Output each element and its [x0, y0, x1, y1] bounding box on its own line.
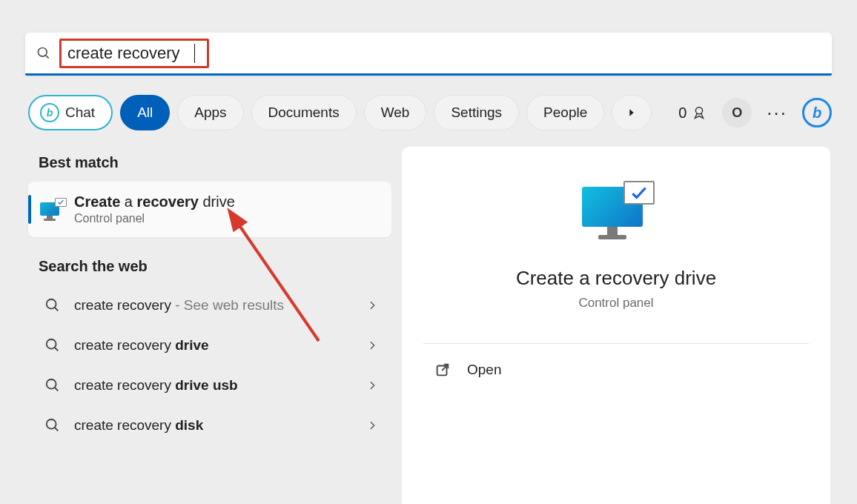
- svg-line-1: [46, 56, 49, 59]
- best-match-subtitle: Control panel: [74, 212, 235, 225]
- filters-row: b Chat All Apps Documents Web Settings P…: [28, 95, 832, 130]
- svg-line-4: [55, 308, 59, 311]
- web-result-3[interactable]: create recovery disk: [28, 405, 391, 445]
- svg-point-0: [39, 48, 47, 57]
- chevron-right-icon: [366, 299, 378, 311]
- open-external-icon: [434, 362, 451, 378]
- search-icon: [44, 297, 61, 314]
- web-result-label: create recovery drive: [74, 337, 353, 354]
- medal-icon: [691, 105, 707, 121]
- search-input[interactable]: [67, 44, 193, 63]
- results-left-column: Best match Create a recovery drive Contr…: [28, 147, 391, 445]
- search-web-heading: Search the web: [39, 258, 391, 275]
- svg-line-10: [55, 428, 59, 431]
- search-icon: [44, 377, 61, 394]
- search-icon: [36, 45, 52, 62]
- filter-more-chevron[interactable]: [612, 95, 652, 130]
- web-result-1[interactable]: create recovery drive: [28, 325, 391, 365]
- web-results-list: create recovery - See web results create…: [28, 285, 391, 445]
- search-icon: [44, 417, 61, 434]
- search-icon: [44, 337, 61, 354]
- svg-point-7: [47, 379, 56, 389]
- svg-point-2: [696, 107, 703, 114]
- text-caret: [194, 44, 195, 63]
- search-highlight-box: [59, 39, 209, 68]
- web-result-2[interactable]: create recovery drive usb: [28, 365, 391, 405]
- best-match-heading: Best match: [39, 154, 391, 171]
- svg-point-9: [47, 420, 56, 429]
- svg-point-5: [47, 339, 56, 349]
- detail-title: Create a recovery drive: [516, 267, 716, 290]
- filter-documents[interactable]: Documents: [251, 95, 357, 130]
- svg-line-6: [55, 348, 59, 351]
- filter-settings[interactable]: Settings: [434, 95, 519, 130]
- web-result-label: create recovery disk: [74, 417, 353, 434]
- bing-chat-icon: b: [40, 103, 59, 122]
- rewards-score[interactable]: 0: [678, 105, 707, 122]
- detail-panel: Create a recovery drive Control panel Op…: [402, 147, 830, 504]
- chevron-right-icon: [626, 107, 638, 119]
- web-result-0[interactable]: create recovery - See web results: [28, 285, 391, 325]
- chevron-right-icon: [366, 420, 378, 431]
- chevron-right-icon: [366, 379, 378, 391]
- search-underline: [25, 73, 832, 76]
- chat-pill[interactable]: b Chat: [28, 95, 113, 130]
- chat-label: Chat: [65, 105, 95, 121]
- best-match-title: Create a recovery drive: [74, 193, 235, 210]
- detail-subtitle: Control panel: [578, 296, 653, 311]
- bing-button[interactable]: b: [802, 98, 832, 127]
- filter-all[interactable]: All: [120, 95, 170, 130]
- recovery-drive-icon-large: [582, 181, 650, 245]
- more-menu[interactable]: ···: [767, 102, 787, 125]
- open-action[interactable]: Open: [402, 344, 830, 378]
- svg-line-8: [55, 388, 59, 391]
- filter-apps[interactable]: Apps: [177, 95, 243, 130]
- bing-icon: b: [813, 105, 821, 122]
- top-right-group: 0 O ··· b: [678, 98, 832, 127]
- search-bar[interactable]: [25, 33, 832, 74]
- svg-point-3: [47, 299, 56, 309]
- filter-people[interactable]: People: [526, 95, 604, 130]
- web-result-label: create recovery drive usb: [74, 377, 353, 394]
- open-label: Open: [467, 362, 501, 378]
- chevron-right-icon: [366, 339, 378, 351]
- filter-web[interactable]: Web: [364, 95, 427, 130]
- web-result-label: create recovery - See web results: [74, 297, 353, 314]
- best-match-result[interactable]: Create a recovery drive Control panel: [28, 182, 391, 237]
- recovery-drive-icon: [39, 196, 65, 223]
- user-avatar[interactable]: O: [722, 98, 752, 127]
